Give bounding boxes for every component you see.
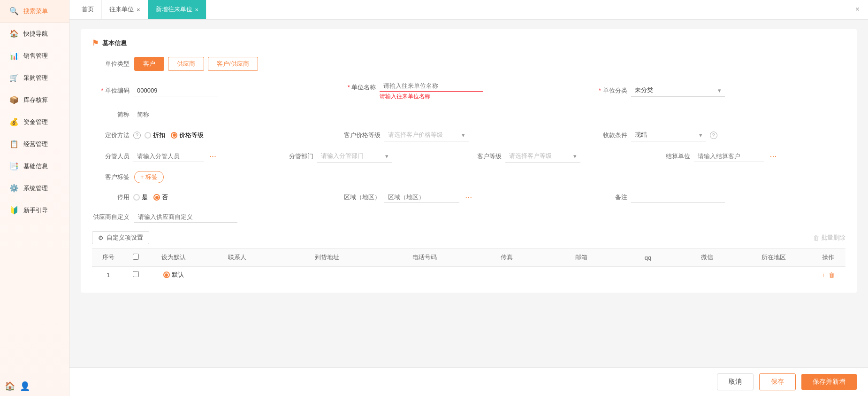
cell-address[interactable] [274, 267, 380, 283]
contact-table: 序号 设为默认 联系人 到货地址 电话号码 传真 邮箱 qq 微信 所在地区 操… [92, 248, 845, 283]
sidebar-item-finance[interactable]: 💰 资金管理 [0, 111, 69, 133]
add-row-btn[interactable]: + [822, 272, 825, 279]
cell-phone[interactable] [380, 267, 470, 283]
save-button[interactable]: 保存 [759, 373, 796, 390]
abbr-input[interactable] [133, 109, 236, 120]
add-tag-btn[interactable]: + 标签 [134, 171, 164, 183]
delete-row-btn[interactable]: 🗑 [829, 272, 835, 279]
region-input[interactable] [384, 192, 459, 203]
manager-more-btn[interactable]: ··· [207, 151, 218, 161]
cell-contact[interactable] [200, 267, 274, 283]
search-icon: 🔍 [9, 7, 19, 16]
save-add-button[interactable]: 保存并新增 [801, 374, 857, 390]
region-more-btn[interactable]: ··· [463, 193, 474, 202]
disabled-no-radio[interactable]: 否 [153, 193, 168, 202]
email-input[interactable] [563, 272, 600, 279]
contact-input[interactable] [218, 272, 256, 279]
unit-name-label: 单位名称 [343, 80, 376, 92]
sidebar-item-label: 新手引导 [23, 206, 48, 215]
tab-counterparty[interactable]: 往来单位 × [102, 0, 148, 19]
fax-input[interactable] [488, 272, 525, 279]
wechat-input[interactable] [693, 272, 721, 279]
customer-price-dropdown[interactable]: 请选择客户价格等级 ▾ [384, 129, 469, 141]
payment-help-icon[interactable]: ? [710, 132, 717, 139]
pricing-radio-group: 折扣 价格等级 [145, 131, 204, 140]
row-pricing: 定价方法 ? 折扣 价格等级 客户价格等级 [92, 129, 845, 141]
cell-seq: 1 [92, 267, 124, 283]
manager-input[interactable] [133, 151, 204, 162]
settlement-more-btn[interactable]: ··· [768, 151, 779, 161]
pricing-help-icon[interactable]: ? [133, 132, 141, 139]
manager-field: 分管人员 ··· [92, 151, 281, 162]
sidebar-item-inventory[interactable]: 📦 库存核算 [0, 89, 69, 111]
unit-type-customer[interactable]: 客户 [134, 57, 164, 71]
tab-new-counterparty-close[interactable]: × [195, 6, 199, 13]
sidebar-item-sales[interactable]: 📊 销售管理 [0, 45, 69, 67]
sidebar-item-label: 销售管理 [23, 52, 48, 60]
search-menu[interactable]: 🔍 搜索菜单 [0, 0, 69, 23]
cell-checkbox [124, 267, 147, 283]
purchase-icon: 🛒 [9, 73, 19, 82]
sidebar-item-guide[interactable]: 🔰 新手引导 [0, 199, 69, 221]
batch-delete[interactable]: 🗑 批量删除 [813, 233, 845, 242]
tab-counterparty-close[interactable]: × [137, 6, 140, 13]
tab-new-counterparty[interactable]: 新增往来单位 × [148, 0, 207, 19]
custom-settings-btn[interactable]: ⚙ 自定义项设置 [92, 231, 149, 244]
default-radio[interactable] [163, 272, 170, 278]
remark-input[interactable] [631, 192, 725, 203]
pricing-label: 定价方法 [92, 131, 129, 140]
pricing-field: 定价方法 ? 折扣 价格等级 [92, 129, 343, 141]
phone-input[interactable] [401, 272, 448, 279]
unit-category-dropdown[interactable]: 未分类 ▾ [631, 84, 725, 97]
cell-wechat[interactable] [678, 267, 737, 283]
area-input[interactable] [755, 272, 792, 279]
settlement-input[interactable] [694, 151, 764, 162]
pricing-grade-radio[interactable]: 价格等级 [171, 131, 204, 140]
sidebar-item-basic[interactable]: 📑 基础信息 [0, 155, 69, 177]
customer-price-label: 客户价格等级 [343, 131, 381, 140]
sidebar-item-label: 采购管理 [23, 74, 48, 82]
cell-qq[interactable] [618, 267, 678, 283]
customer-level-placeholder: 请选择客户等级 [509, 152, 552, 160]
tabbar-close-all[interactable]: × [852, 5, 863, 14]
unit-code-field: 单位编码 [92, 80, 343, 101]
qq-input[interactable] [634, 272, 662, 279]
customer-level-field: 客户等级 请选择客户等级 ▾ [469, 150, 657, 163]
tab-home[interactable]: 首页 [74, 0, 102, 19]
cell-area[interactable] [737, 267, 811, 283]
grade-circle [171, 132, 177, 139]
disabled-yes-radio[interactable]: 是 [133, 193, 148, 202]
dept-dropdown[interactable]: 请输入分管部门 ▾ [317, 150, 392, 163]
cell-fax[interactable] [470, 267, 544, 283]
finance-icon: 💰 [9, 117, 19, 126]
select-all-checkbox[interactable] [133, 254, 139, 260]
cell-default: 默认 [147, 267, 199, 283]
dropdown-arrow: ▾ [462, 132, 465, 139]
supplier-custom-input[interactable] [134, 211, 237, 223]
sidebar-item-purchase[interactable]: 🛒 采购管理 [0, 67, 69, 89]
sidebar-profile-icon[interactable]: 👤 [20, 381, 30, 391]
pricing-discount-radio[interactable]: 折扣 [145, 131, 165, 140]
cell-email[interactable] [544, 267, 619, 283]
col-fax: 传真 [470, 248, 544, 267]
sales-icon: 📊 [9, 51, 19, 60]
row-manager: 分管人员 ··· 分管部门 请输入分管部门 ▾ 客户等级 请选择客户等级 ▾ [92, 150, 845, 163]
sidebar-home-icon[interactable]: 🏠 [5, 381, 15, 391]
sidebar-item-label: 快捷导航 [23, 30, 48, 38]
customer-level-dropdown[interactable]: 请选择客户等级 ▾ [505, 150, 580, 163]
col-action: 操作 [811, 248, 845, 267]
unit-type-both[interactable]: 客户/供应商 [208, 57, 258, 71]
sidebar-item-quick-nav[interactable]: 🏠 快捷导航 [0, 23, 69, 45]
unit-code-input[interactable] [133, 85, 218, 96]
row-checkbox[interactable] [133, 271, 139, 277]
address-input[interactable] [299, 272, 355, 279]
unit-type-group: 客户 供应商 客户/供应商 [134, 57, 258, 71]
payment-dropdown[interactable]: 现结 ▾ [631, 129, 706, 141]
batch-delete-icon: 🗑 [813, 234, 819, 241]
sidebar-item-operations[interactable]: 📋 经营管理 [0, 133, 69, 155]
search-label: 搜索菜单 [23, 7, 48, 16]
cancel-button[interactable]: 取消 [717, 373, 754, 390]
unit-type-supplier[interactable]: 供应商 [168, 57, 204, 71]
sidebar-item-system[interactable]: ⚙️ 系统管理 [0, 177, 69, 199]
unit-name-input[interactable] [380, 80, 483, 92]
